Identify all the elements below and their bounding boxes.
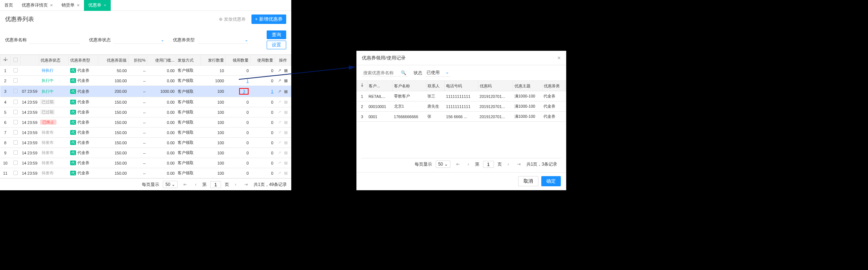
close-icon[interactable]: ✕ [557, 55, 561, 61]
type-badge: 代 [70, 100, 76, 104]
row-checkbox[interactable] [13, 130, 18, 134]
status-badge: 已终止 [40, 120, 56, 125]
usage-record-modal: 优惠券领用/使用记录 ✕ 🔍 状态 已使用 客户... 客户名称 联系人 [356, 51, 566, 190]
row-checkbox[interactable] [13, 171, 18, 175]
gear-icon[interactable] [3, 57, 8, 62]
pagination-summary: 共1页，3条记录 [526, 161, 557, 167]
qr-icon: ▦ [284, 120, 288, 125]
row-checkbox[interactable] [13, 78, 18, 83]
table-row[interactable]: 1 待执行 代代金券 50.00 -- 0.00 客户领取 10 0 0 ↗▦ [0, 66, 291, 76]
query-button[interactable]: 查询 [267, 30, 286, 39]
status-badge: 待发布 [40, 130, 55, 135]
select-all-checkbox[interactable] [13, 58, 18, 62]
qr-icon: ▦ [284, 110, 288, 115]
filter-type-label: 优惠券类型 [173, 37, 195, 43]
close-icon[interactable]: ✕ [103, 3, 106, 7]
close-icon[interactable]: ✕ [77, 3, 80, 7]
share-icon: ↗ [278, 130, 281, 135]
table-row[interactable]: 5 14 23:59 已过期 代代金券 150.00 -- 0.00 客户领取 … [0, 107, 291, 117]
qr-icon: ▦ [284, 171, 288, 175]
filter-status-select[interactable]: ⌄ [114, 36, 164, 44]
page-input[interactable] [210, 181, 221, 188]
share-icon[interactable]: ↗ [278, 89, 281, 94]
qr-icon[interactable]: ▦ [284, 89, 288, 94]
table-row[interactable]: 9 14 23:59 待发布 代代金券 150.00 -- 0.00 客户领取 … [0, 148, 291, 158]
close-icon[interactable]: ✕ [50, 3, 53, 7]
page-input[interactable] [483, 161, 494, 168]
filter-name-input[interactable] [30, 36, 80, 44]
type-badge: 代 [70, 130, 76, 135]
row-checkbox[interactable] [13, 100, 18, 104]
next-page-icon[interactable]: › [233, 181, 238, 188]
tab-coupon-detail[interactable]: 优惠券详情页✕ [17, 0, 57, 11]
type-badge: 代 [70, 150, 76, 155]
share-icon: ↗ [278, 150, 281, 155]
share-icon: ↗ [278, 171, 281, 175]
page-title: 优惠券列表 [5, 16, 34, 23]
search-box[interactable]: 🔍 [362, 70, 408, 76]
share-icon: ↗ [278, 110, 281, 115]
row-checkbox[interactable] [13, 110, 18, 114]
table-row[interactable]: 11 14 23:59 待发布 代代金券 150.00 -- 0.00 客户领取… [0, 168, 291, 178]
share-icon: ↗ [278, 100, 281, 104]
first-page-icon[interactable]: ⇤ [454, 161, 462, 167]
row-checkbox[interactable] [13, 68, 18, 72]
share-icon[interactable]: ↗ [278, 78, 281, 83]
table-row[interactable]: 2 00010001 北京1 唐先生 11111111111 201912070… [357, 101, 566, 112]
table-row[interactable]: 3 0001 17666666666 张 156 6666 ... 201912… [357, 112, 566, 122]
type-badge: 代 [70, 78, 76, 83]
table-row[interactable]: 6 14 23:59 已终止 代代金券 150.00 -- 0.00 客户领取 … [0, 117, 291, 128]
row-checkbox[interactable] [13, 161, 18, 165]
table-row[interactable]: 4 14 23:59 已过期 代代金券 150.00 -- 0.00 客户领取 … [0, 97, 291, 107]
cancel-button[interactable]: 取消 [518, 176, 538, 186]
state-select[interactable]: 已使用 [425, 69, 450, 77]
first-page-icon[interactable]: ⇤ [181, 181, 189, 188]
gear-icon[interactable] [360, 83, 365, 88]
row-checkbox[interactable] [13, 120, 18, 124]
prev-page-icon[interactable]: ‹ [193, 181, 199, 188]
per-page-select[interactable]: 50 ⌄ [436, 161, 450, 168]
claim-count-link[interactable]: 1 [246, 79, 249, 83]
qr-icon[interactable]: ▦ [284, 68, 288, 73]
table-row[interactable]: 2 执行中 代代金券 100.00 -- 0.00 客户领取 1000 1 0 … [0, 76, 291, 86]
distribute-button[interactable]: ⊕ 发放优惠券 [216, 14, 249, 24]
share-icon: ↗ [278, 161, 281, 165]
share-icon: ↗ [278, 120, 281, 125]
state-label: 状态 [414, 70, 422, 76]
status-badge: 已过期 [40, 109, 55, 115]
status-badge: 待发布 [40, 140, 55, 145]
row-checkbox[interactable] [13, 140, 18, 145]
status-badge: 已过期 [40, 99, 55, 104]
table-row[interactable]: 10 14 23:59 待发布 代代金券 150.00 -- 0.00 客户领取… [0, 158, 291, 168]
filter-type-select[interactable]: ⌄ [198, 36, 248, 44]
last-page-icon[interactable]: ⇥ [515, 161, 523, 167]
prev-page-icon[interactable]: ‹ [466, 161, 471, 167]
qr-icon[interactable]: ▦ [284, 78, 288, 83]
use-count-link[interactable]: 1 [271, 89, 273, 94]
tab-coupon[interactable]: 优惠券✕ [84, 0, 111, 11]
claim-count-link[interactable]: 3 [243, 89, 245, 94]
tab-sales-order[interactable]: 销货单✕ [57, 0, 84, 11]
search-icon[interactable]: 🔍 [401, 70, 406, 75]
add-coupon-button[interactable]: + 新增优惠券 [251, 14, 287, 24]
table-row[interactable]: 7 14 23:59 待发布 代代金券 150.00 -- 0.00 客户领取 … [0, 128, 291, 138]
filter-status-label: 优惠券状态 [89, 37, 111, 43]
type-badge: 代 [70, 89, 76, 94]
tab-home[interactable]: 首页 [0, 0, 17, 11]
tab-bar: 首页 优惠券详情页✕ 销货单✕ 优惠券✕ [0, 0, 291, 11]
last-page-icon[interactable]: ⇥ [242, 181, 250, 188]
confirm-button[interactable]: 确定 [541, 176, 561, 186]
type-badge: 代 [70, 140, 76, 145]
settings-button[interactable]: 设置 [267, 41, 286, 49]
share-icon[interactable]: ↗ [278, 68, 281, 73]
table-row[interactable]: 3 07 23:59 执行中 代代金券 200.00 -- 1000.00 客户… [0, 86, 291, 97]
qr-icon: ▦ [284, 130, 288, 135]
search-input[interactable] [363, 70, 399, 75]
table-row[interactable]: 8 14 23:59 待发布 代代金券 150.00 -- 0.00 客户领取 … [0, 138, 291, 148]
per-page-select[interactable]: 50 ⌄ [163, 181, 178, 188]
row-checkbox[interactable] [13, 150, 18, 155]
next-page-icon[interactable]: › [505, 161, 511, 167]
table-row[interactable]: 1 RETAIL... 零散客户 张三 11111111111 20191207… [357, 91, 566, 101]
row-checkbox[interactable] [13, 89, 18, 93]
type-badge: 代 [70, 110, 76, 115]
